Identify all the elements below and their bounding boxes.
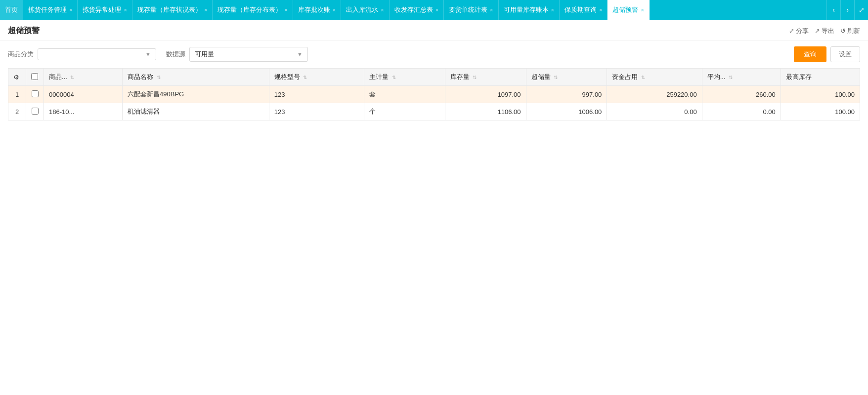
nav-tab-abnormal-label: 拣货异常处理 xyxy=(83,5,121,14)
col-spec-sort-icon[interactable]: ⇅ xyxy=(303,75,307,80)
col-product-name-label: 商品名称 xyxy=(128,73,153,80)
product-category-arrow-icon: ▼ xyxy=(145,51,151,57)
data-source-value: 可用量 xyxy=(195,50,214,59)
table-header: ⚙ 商品... ⇅ 商品名称 ⇅ 规格型号 ⇅ xyxy=(8,69,860,86)
col-unit-label: 主计量 xyxy=(369,73,389,80)
query-button[interactable]: 查询 xyxy=(794,46,826,62)
select-all-checkbox[interactable] xyxy=(31,73,38,80)
nav-tab-batch-account[interactable]: 库存批次账 × xyxy=(293,0,341,20)
export-action[interactable]: ↗ 导出 xyxy=(815,27,834,36)
col-checkbox xyxy=(26,69,44,86)
page-title: 超储预警 xyxy=(8,26,40,36)
settings-button[interactable]: 设置 xyxy=(830,46,860,62)
row-num-0: 1 xyxy=(8,86,26,103)
main-content: 超储预警 ⤢ 分享 ↗ 导出 ↺ 刷新 商品分类 ▼ 数据源 xyxy=(0,20,868,395)
nav-tab-task-mgmt[interactable]: 拣货任务管理 × xyxy=(23,0,78,20)
col-avg-label: 平均... xyxy=(707,73,726,80)
row-max-stock-1: 100.00 xyxy=(781,103,860,120)
nav-arrows: ‹ › ⤢ xyxy=(826,0,868,20)
row-checkbox-1 xyxy=(26,103,44,120)
gear-icon[interactable]: ⚙ xyxy=(13,74,19,81)
col-product-code-sort-icon[interactable]: ⇅ xyxy=(70,75,74,80)
col-unit-sort-icon[interactable]: ⇅ xyxy=(392,75,396,80)
col-avg: 平均... ⇅ xyxy=(702,69,781,86)
row-avg-1: 0.00 xyxy=(702,103,781,120)
table-row: 1 0000004 六配套新昌490BPG 123 套 1097.00 997.… xyxy=(8,86,860,103)
nav-tab-batch-account-label: 库存批次账 xyxy=(298,5,330,14)
nav-expand-btn[interactable]: ⤢ xyxy=(854,0,868,20)
row-capital-usage-1: 0.00 xyxy=(607,103,702,120)
row-num-1: 2 xyxy=(8,103,26,120)
product-category-group: 商品分类 ▼ xyxy=(8,48,156,60)
nav-tab-overstock-warning-label: 超储预警 xyxy=(612,5,638,14)
nav-tab-stock-dist-label: 现存量（库存分布表） xyxy=(217,5,282,14)
filter-actions: 查询 设置 xyxy=(794,46,860,62)
row-product-code-0: 0000004 xyxy=(44,86,123,103)
nav-tab-task-mgmt-label: 拣货任务管理 xyxy=(28,5,67,14)
nav-tab-quality-check[interactable]: 保质期查询 × xyxy=(560,0,608,20)
product-category-label: 商品分类 xyxy=(8,50,34,59)
col-capital-usage: 资金占用 ⇅ xyxy=(607,69,702,86)
col-avg-sort-icon[interactable]: ⇅ xyxy=(729,75,733,80)
col-max-stock-label: 最高库存 xyxy=(786,73,812,80)
col-capital-usage-sort-icon[interactable]: ⇅ xyxy=(641,75,645,80)
col-product-name-sort-icon[interactable]: ⇅ xyxy=(157,75,161,80)
col-spec: 规格型号 ⇅ xyxy=(269,69,364,86)
col-product-code: 商品... ⇅ xyxy=(44,69,123,86)
product-category-select[interactable]: ▼ xyxy=(38,48,156,60)
data-source-select[interactable]: 可用量 ▼ xyxy=(189,47,308,62)
nav-arrow-left[interactable]: ‹ xyxy=(826,0,840,20)
share-action[interactable]: ⤢ 分享 xyxy=(789,27,809,36)
close-tab-in-out-flow[interactable]: × xyxy=(381,7,384,13)
row-over-qty-1: 1006.00 xyxy=(526,103,607,120)
nav-tab-stock-status[interactable]: 现存量（库存状况表） × xyxy=(132,0,213,20)
close-tab-order-stats[interactable]: × xyxy=(490,7,493,13)
col-stock-qty-sort-icon[interactable]: ⇅ xyxy=(473,75,477,80)
nav-tab-order-stats[interactable]: 要货单统计表 × xyxy=(444,0,498,20)
nav-tab-in-out-flow-label: 出入库流水 xyxy=(346,5,378,14)
col-stock-qty: 库存量 ⇅ xyxy=(445,69,526,86)
row-select-0[interactable] xyxy=(32,90,39,97)
nav-tab-receive-send[interactable]: 收发存汇总表 × xyxy=(390,0,444,20)
table-body: 1 0000004 六配套新昌490BPG 123 套 1097.00 997.… xyxy=(8,86,860,120)
nav-tab-abnormal[interactable]: 拣货异常处理 × xyxy=(78,0,132,20)
col-unit: 主计量 ⇅ xyxy=(364,69,445,86)
table-row: 2 186-10... 机油滤清器 123 个 1106.00 1006.00 … xyxy=(8,103,860,120)
close-tab-available-account[interactable]: × xyxy=(551,7,554,13)
row-unit-1: 个 xyxy=(364,103,445,120)
col-max-stock: 最高库存 xyxy=(781,69,860,86)
nav-tab-receive-send-label: 收发存汇总表 xyxy=(394,5,433,14)
col-product-name: 商品名称 ⇅ xyxy=(123,69,269,86)
col-stock-qty-label: 库存量 xyxy=(450,73,470,80)
row-stock-qty-0: 1097.00 xyxy=(445,86,526,103)
nav-tab-home[interactable]: 首页 xyxy=(0,0,23,20)
row-capital-usage-0: 259220.00 xyxy=(607,86,702,103)
close-tab-task-mgmt[interactable]: × xyxy=(69,7,72,13)
nav-arrow-right[interactable]: › xyxy=(840,0,854,20)
row-select-1[interactable] xyxy=(32,108,39,115)
row-spec-0: 123 xyxy=(269,86,364,103)
col-capital-usage-label: 资金占用 xyxy=(612,73,638,80)
nav-tab-in-out-flow[interactable]: 出入库流水 × xyxy=(341,0,389,20)
header-actions: ⤢ 分享 ↗ 导出 ↺ 刷新 xyxy=(789,27,860,36)
data-source-label: 数据源 xyxy=(166,50,185,59)
close-tab-stock-status[interactable]: × xyxy=(204,7,207,13)
close-tab-abnormal[interactable]: × xyxy=(124,7,127,13)
nav-tab-overstock-warning[interactable]: 超储预警 × xyxy=(608,0,649,20)
refresh-action[interactable]: ↺ 刷新 xyxy=(840,27,860,36)
nav-tab-available-account[interactable]: 可用量库存账本 × xyxy=(499,0,560,20)
row-stock-qty-1: 1106.00 xyxy=(445,103,526,120)
col-over-qty-sort-icon[interactable]: ⇅ xyxy=(554,75,558,80)
nav-tab-available-account-label: 可用量库存账本 xyxy=(504,5,549,14)
close-tab-quality-check[interactable]: × xyxy=(599,7,602,13)
row-max-stock-0: 100.00 xyxy=(781,86,860,103)
close-tab-stock-dist[interactable]: × xyxy=(284,7,287,13)
nav-tab-order-stats-label: 要货单统计表 xyxy=(449,5,487,14)
close-tab-batch-account[interactable]: × xyxy=(333,7,336,13)
close-tab-overstock-warning[interactable]: × xyxy=(641,7,644,13)
row-unit-0: 套 xyxy=(364,86,445,103)
col-gear: ⚙ xyxy=(8,69,26,86)
row-product-code-1: 186-10... xyxy=(44,103,123,120)
nav-tab-stock-dist[interactable]: 现存量（库存分布表） × xyxy=(213,0,293,20)
close-tab-receive-send[interactable]: × xyxy=(435,7,438,13)
